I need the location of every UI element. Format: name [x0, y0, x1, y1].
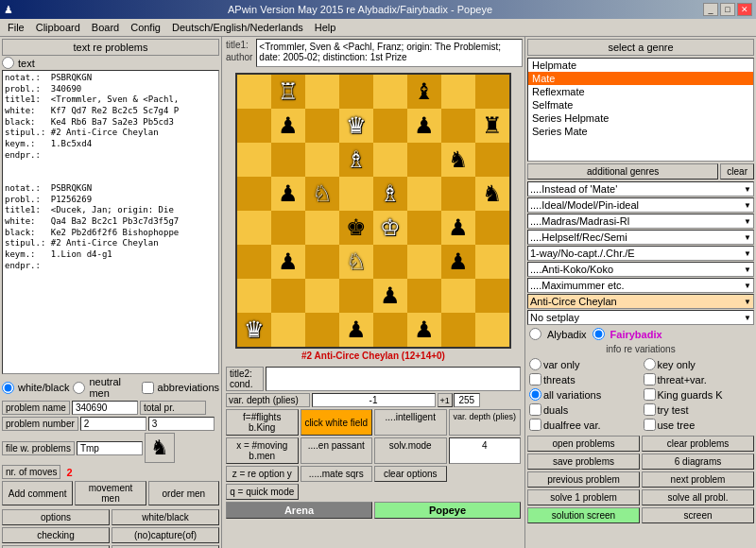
screen-button[interactable]: screen — [642, 507, 754, 523]
cell-2-1[interactable] — [271, 143, 305, 177]
menu-help[interactable]: Help — [309, 20, 342, 35]
previous-problem-button[interactable]: previous problem — [527, 471, 640, 488]
cb-threats[interactable] — [529, 373, 541, 385]
z-option-button[interactable]: z = re option y — [226, 466, 299, 482]
cell-4-3[interactable]: ♚ — [339, 211, 373, 245]
cb-use-tree[interactable] — [644, 419, 656, 431]
cell-0-3[interactable] — [339, 75, 373, 109]
cell-1-6[interactable] — [441, 109, 475, 143]
dropdown-maximummer[interactable]: ....Maximummer etc.▼ — [527, 278, 754, 293]
cell-4-2[interactable] — [305, 211, 339, 245]
genre-reflexmate[interactable]: Reflexmate — [528, 85, 753, 98]
cell-7-0[interactable]: ♛ — [237, 313, 271, 347]
cell-0-4[interactable] — [373, 75, 407, 109]
cell-2-2[interactable] — [305, 143, 339, 177]
cell-2-7[interactable] — [475, 143, 509, 177]
cb-all-variations[interactable] — [529, 388, 541, 401]
f-flights-button[interactable]: f=#flights b.King — [226, 409, 299, 436]
cell-7-5[interactable]: ♟ — [407, 313, 441, 347]
cell-1-7[interactable]: ♜ — [475, 109, 509, 143]
problems-textarea[interactable]: notat.: PSBRQKGN probl.: 340690 title1: … — [2, 70, 219, 374]
cell-5-2[interactable] — [305, 245, 339, 279]
options-button[interactable]: options — [2, 509, 110, 525]
radio-text[interactable] — [2, 57, 14, 69]
cell-7-6[interactable] — [441, 313, 475, 347]
menu-language[interactable]: Deutsch/English/Nederlands — [166, 20, 309, 35]
cell-4-6[interactable]: ♟ — [441, 211, 475, 245]
additional-genres-button[interactable]: additional genres — [527, 163, 718, 180]
cb-try-test[interactable] — [644, 403, 656, 416]
radio-white-black[interactable] — [2, 382, 14, 394]
file-w-problems-input[interactable] — [77, 441, 143, 455]
x-moving-button[interactable]: x = #moving b.men — [226, 437, 299, 464]
var-depth-input[interactable] — [312, 393, 436, 407]
6-diagrams-button[interactable]: 6 diagrams — [642, 454, 754, 470]
genre-list[interactable]: Helpmate Mate Reflexmate Selfmate Series… — [527, 58, 754, 162]
cell-7-1[interactable] — [271, 313, 305, 347]
cell-1-2[interactable] — [305, 109, 339, 143]
movement-men-button[interactable]: movement men — [75, 481, 146, 505]
cell-1-4[interactable] — [373, 109, 407, 143]
cell-2-5[interactable] — [407, 143, 441, 177]
dropdown-helpself[interactable]: ....Helpself/Rec/Semi▼ — [527, 230, 754, 245]
cell-6-2[interactable] — [305, 279, 339, 313]
cell-0-6[interactable] — [441, 75, 475, 109]
cell-6-4[interactable]: ♟ — [373, 279, 407, 313]
menu-config[interactable]: Config — [125, 20, 166, 35]
chess-board[interactable]: ♖♝♟♛♟♜♗♞♟♘♗♞♚♔♟♟♘♟♟♛♟♟ — [235, 73, 511, 349]
cell-3-7[interactable]: ♞ — [475, 177, 509, 211]
add-comment-button[interactable]: Add comment — [2, 481, 73, 505]
cell-3-1[interactable]: ♟ — [271, 177, 305, 211]
cell-5-4[interactable] — [373, 245, 407, 279]
cb-threat-var[interactable] — [644, 373, 656, 385]
cell-2-4[interactable] — [373, 143, 407, 177]
genre-helpmate[interactable]: Helpmate — [528, 59, 753, 72]
close-button[interactable]: ✕ — [737, 3, 752, 16]
radio-alybadix[interactable] — [529, 328, 541, 340]
var-depth-minus[interactable]: +1 — [438, 393, 453, 407]
cell-7-7[interactable] — [475, 313, 509, 347]
cell-1-3[interactable]: ♛ — [339, 109, 373, 143]
save-problems-button[interactable]: save problems — [527, 454, 640, 470]
cb-var-only[interactable] — [529, 358, 541, 370]
cell-4-1[interactable] — [271, 211, 305, 245]
dropdown-1way[interactable]: 1-way/No-capt./.Chr./E▼ — [527, 246, 754, 261]
cell-0-0[interactable] — [237, 75, 271, 109]
checking-button[interactable]: checking — [2, 527, 110, 543]
cb-duals[interactable] — [529, 403, 541, 416]
cell-6-0[interactable] — [237, 279, 271, 313]
cell-4-0[interactable] — [237, 211, 271, 245]
cell-1-1[interactable]: ♟ — [271, 109, 305, 143]
cell-3-5[interactable] — [407, 177, 441, 211]
cell-0-1[interactable]: ♖ — [271, 75, 305, 109]
popeye-button[interactable]: Popeye — [374, 502, 521, 519]
var-depth-max[interactable] — [454, 393, 480, 407]
cell-2-3[interactable]: ♗ — [339, 143, 373, 177]
cell-7-4[interactable] — [373, 313, 407, 347]
cell-3-0[interactable] — [237, 177, 271, 211]
dropdown-madras[interactable]: ....Madras/Madrasi-Rl▼ — [527, 214, 754, 229]
radio-neutral-men[interactable] — [73, 382, 85, 394]
title2-input[interactable] — [266, 367, 521, 391]
order-men-button[interactable]: order men — [148, 481, 219, 505]
cell-5-6[interactable]: ♟ — [441, 245, 475, 279]
cell-6-7[interactable] — [475, 279, 509, 313]
radio-fairybadix[interactable] — [593, 328, 605, 340]
white-black-button[interactable]: white/black — [112, 509, 219, 525]
cell-5-3[interactable]: ♘ — [339, 245, 373, 279]
arena-button[interactable]: Arena — [226, 502, 372, 519]
cell-2-6[interactable]: ♞ — [441, 143, 475, 177]
cell-4-5[interactable] — [407, 211, 441, 245]
dropdown-no-setplay[interactable]: No setplay▼ — [527, 310, 754, 325]
menu-file[interactable]: File — [2, 20, 30, 35]
genre-mate[interactable]: Mate — [528, 72, 753, 85]
cb-abbreviations[interactable] — [142, 382, 154, 394]
genre-series-helpmate[interactable]: Series Helpmate — [528, 111, 753, 125]
cell-6-3[interactable] — [339, 279, 373, 313]
cb-dualfree-var[interactable] — [529, 419, 541, 431]
solve-all-button[interactable]: solve all probl. — [642, 489, 754, 505]
cell-1-0[interactable] — [237, 109, 271, 143]
cell-7-3[interactable]: ♟ — [339, 313, 373, 347]
clear-button[interactable]: clear — [720, 163, 754, 180]
dropdown-anti-circe[interactable]: Anti-Circe Cheylan▼ — [527, 294, 754, 309]
